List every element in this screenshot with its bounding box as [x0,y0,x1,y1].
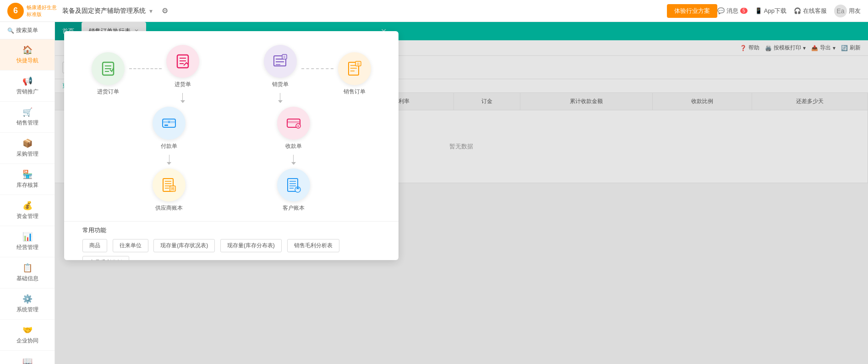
search-icon: 🔍 [7,27,14,34]
sales-order-label: 销售订单 [344,88,366,96]
download-icon: 📱 [755,7,762,14]
receipt-col: ¥ 收款单 [277,107,310,165]
supplier-account-label: 供应商账本 [155,204,183,212]
common-title: 常用功能 [82,226,380,234]
function-buttons-row1: 商品 往来单位 现存量(库存状况表) 现存量(库存分布表) 销售毛利分析表 商品… [82,239,380,260]
sidebar-item-label: 销售管理 [16,119,38,127]
func-btn-counterparts[interactable]: 往来单位 [113,239,148,252]
logo-area: 6 畅康通好生意 标准版 [7,3,62,19]
settings-icon[interactable]: ⚙ [162,6,168,15]
sales-bill-circle: ≡ [264,45,297,78]
purchase-order-circle [92,52,125,85]
col0-empty [92,107,153,165]
quick-nav-icon: 🏠 [22,45,33,55]
svg-rect-18 [355,61,361,66]
online-service-button[interactable]: 🎧 在线客服 [794,7,827,15]
sidebar-item-guide[interactable]: 📖 新手引导 [0,351,55,364]
down-arrow-rec [291,155,296,165]
message-badge: 5 [740,8,748,14]
flow-middle-row: ¥ 付款单 ¥ [82,107,380,165]
message-button[interactable]: 💬 消息 5 [717,7,748,15]
payment-col: ¥ 付款单 [153,107,186,165]
header-title: 装备及固定资产辅助管理系统 ▾ ⚙ [62,6,660,15]
payment-label: 付款单 [161,142,177,150]
receipt-circle: ¥ [277,107,310,140]
svg-text:账: 账 [171,186,175,191]
svg-rect-23 [164,125,168,126]
sidebar-item-label: 经营管理 [16,244,38,251]
flow-node-customer-account[interactable]: 客户账本 [277,168,310,212]
supplier-account-circle: 账 [153,168,186,201]
guide-icon: 📖 [22,356,33,364]
flow-node-purchase-bill[interactable]: 进货单 [166,45,199,103]
sidebar-item-system[interactable]: ⚙️ 系统管理 [0,288,55,320]
logo-icon: 6 [7,3,24,19]
func-btn-sales-profit[interactable]: 销售毛利分析表 [287,239,339,252]
sidebar-item-label: 资金管理 [16,212,38,220]
customer-account-circle [277,168,310,201]
header-right: 💬 消息 5 📱 App下载 🎧 在线客服 Ea 用友 [717,5,861,17]
flow-node-sales-bill[interactable]: ≡ 销货单 [264,45,297,103]
sidebar-item-quick-nav[interactable]: 🏠 快捷导航 [0,39,55,71]
flow-node-sales-order[interactable]: 销售订单 [338,52,371,96]
sidebar-item-label: 基础信息 [16,275,38,283]
sidebar-item-label: 库存核算 [16,181,38,189]
col3-empty [310,107,371,165]
flow-node-purchase-order[interactable]: 进货订单 [92,52,125,96]
sidebar-item-label: 采购管理 [16,150,38,158]
flow-section: 进货订单 进货单 [64,31,399,221]
app-download-button[interactable]: 📱 App下载 [755,7,786,15]
sidebar: 🔍 搜索菜单 🏠 快捷导航 📢 营销推广 🛒 销售管理 📦 采购管理 🏪 库存核… [0,22,55,364]
svg-point-42 [297,187,299,189]
finance-icon: 💰 [22,201,33,211]
sidebar-item-label: 快捷导航 [16,57,38,65]
payment-circle: ¥ [153,107,186,140]
sidebar-item-inventory[interactable]: 🏪 库存核算 [0,164,55,195]
sidebar-item-purchase[interactable]: 📦 采购管理 [0,133,55,164]
system-icon: ⚙️ [22,294,33,304]
func-btn-product-profit[interactable]: 商品毛利分析 [82,256,129,260]
sidebar-item-sales[interactable]: 🛒 销售管理 [0,102,55,133]
sidebar-item-operations[interactable]: 📊 经营管理 [0,226,55,257]
sales-bill-label: 销货单 [272,81,289,88]
user-menu[interactable]: Ea 用友 [834,5,861,17]
func-btn-stock-dist[interactable]: 现存量(库存分布表) [220,239,282,252]
sidebar-item-label: 企业协同 [16,337,38,345]
flow-bottom-row: 账 供应商账本 客户账本 [82,168,380,212]
purchase-bill-label: 进货单 [175,81,191,88]
enterprise-icon: 🤝 [22,325,33,335]
flow-node-payment[interactable]: ¥ 付款单 [153,107,186,165]
sidebar-item-basic-info[interactable]: 📋 基础信息 [0,257,55,288]
sidebar-item-label: 系统管理 [16,306,38,314]
svg-rect-26 [287,121,300,123]
sidebar-item-finance[interactable]: 💰 资金管理 [0,195,55,226]
flow-node-supplier-account[interactable]: 账 供应商账本 [153,168,186,212]
purchase-icon: 📦 [22,138,33,148]
receipt-label: 收款单 [285,142,302,150]
sales-order-circle [338,52,371,85]
func-btn-stock-status[interactable]: 现存量(库存状况表) [153,239,215,252]
quick-nav-modal: 进货订单 进货单 [64,31,399,260]
sidebar-item-label: 营销推广 [16,88,38,96]
sales-icon: 🛒 [22,107,33,117]
message-icon: 💬 [717,7,725,14]
bot-col0-empty [92,168,153,212]
avatar: Ea [834,5,847,17]
func-btn-products[interactable]: 商品 [82,239,107,252]
dropdown-arrow[interactable]: ▾ [149,7,153,15]
down-arrow-pb [180,93,185,103]
mid-spacer [186,107,277,165]
arrow-po-pb [129,68,162,69]
service-icon: 🎧 [794,7,801,14]
sidebar-item-enterprise[interactable]: 🤝 企业协同 [0,320,55,351]
flow-node-receipt[interactable]: ¥ 收款单 [277,107,310,165]
trial-button[interactable]: 体验行业方案 [667,4,717,18]
customer-account-label: 客户账本 [283,204,305,212]
flow-top-row: 进货订单 进货单 [82,45,380,103]
inventory-icon: 🏪 [22,169,33,179]
sidebar-search[interactable]: 🔍 搜索菜单 [0,22,55,39]
operations-icon: 📊 [22,232,33,242]
sidebar-item-marketing[interactable]: 📢 营销推广 [0,71,55,102]
svg-text:¥: ¥ [297,124,300,128]
modal-overlay[interactable]: 进货订单 进货单 [55,22,868,364]
